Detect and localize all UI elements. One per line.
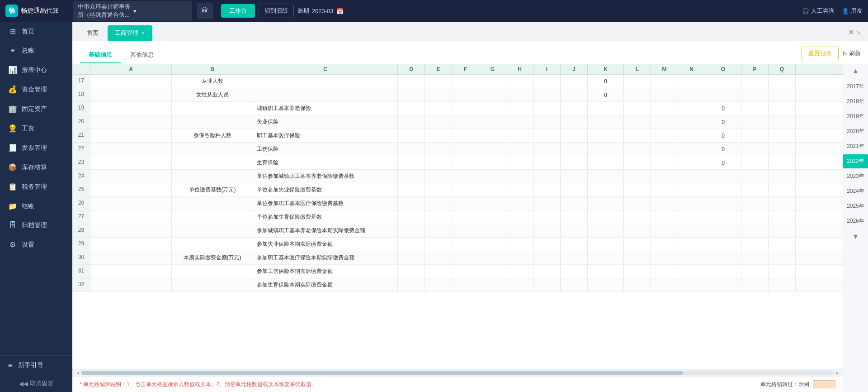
cell-25-K[interactable] [588,183,624,196]
cell-32-J[interactable] [561,278,588,292]
cell-17-J[interactable] [561,75,588,88]
cell-20-E[interactable] [425,115,452,129]
cell-21-E[interactable] [425,129,452,142]
company-icon-btn[interactable]: 🏛 [197,3,213,19]
expand-window-icon[interactable]: ⤡ [856,29,861,36]
cell-23-F[interactable] [452,156,479,169]
cell-25-N[interactable] [678,183,705,196]
cell-31-O[interactable] [705,265,741,278]
cell-18-O[interactable] [705,88,741,101]
cell-20-K[interactable] [588,115,624,129]
workbench-button[interactable]: 工作台 [221,4,255,18]
cell-32-M[interactable] [651,278,678,292]
tab-home[interactable]: 首页 [80,25,106,41]
cell-19-M[interactable] [651,102,678,115]
cell-28-N[interactable] [678,224,705,237]
cell-23-Q[interactable] [769,156,796,169]
cell-19-O[interactable]: 0 [705,102,741,115]
cell-23-E[interactable] [425,156,452,169]
cell-21-L[interactable] [624,129,651,142]
cell-28-D[interactable] [398,224,425,237]
cell-27-N[interactable] [678,210,705,224]
cell-18-H[interactable] [506,88,533,101]
year-2026[interactable]: 2026年 [843,214,868,228]
cell-29-O[interactable] [705,238,741,251]
cell-32-B[interactable] [172,278,253,292]
cell-24-G[interactable] [479,170,506,183]
cell-17-A[interactable] [90,75,172,88]
year-2024[interactable]: 2024年 [843,184,868,198]
cell-19-A[interactable] [90,102,172,115]
cell-32-H[interactable] [506,278,533,292]
cell-29-H[interactable] [506,238,533,251]
cell-18-G[interactable] [479,88,506,101]
cell-31-B[interactable] [172,265,253,278]
cell-24-O[interactable] [705,170,741,183]
cell-30-J[interactable] [561,251,588,264]
sidebar-item-invoice[interactable]: 🧾 发票管理 [0,138,72,158]
hscroll-thumb[interactable] [81,371,683,375]
cell-31-M[interactable] [651,265,678,278]
cell-31-P[interactable] [741,265,769,278]
sidebar-item-home[interactable]: ⊞ 首页 [0,22,72,41]
cell-19-D[interactable] [398,102,425,115]
cell-28-J[interactable] [561,224,588,237]
cell-17-M[interactable] [651,75,678,88]
cell-21-K[interactable] [588,129,624,142]
cell-23-L[interactable] [624,156,651,169]
year-2018[interactable]: 2018年 [843,95,868,109]
cell-29-D[interactable] [398,238,425,251]
cell-26-H[interactable] [506,197,533,210]
sidebar-item-inventory[interactable]: 📦 库存核算 [0,158,72,177]
cell-23-G[interactable] [479,156,506,169]
cell-20-O[interactable]: 0 [705,115,741,129]
cell-22-F[interactable] [452,143,479,156]
horizontal-scrollbar[interactable]: ◂ ▸ [72,369,843,376]
cell-19-Q[interactable] [769,102,796,115]
cell-30-H[interactable] [506,251,533,264]
cell-22-D[interactable] [398,143,425,156]
cell-20-M[interactable] [651,115,678,129]
cell-18-L[interactable] [624,88,651,101]
cell-30-L[interactable] [624,251,651,264]
cell-20-I[interactable] [533,115,561,129]
cell-27-L[interactable] [624,210,651,224]
cell-18-N[interactable] [678,88,705,101]
cell-27-M[interactable] [651,210,678,224]
cell-22-O[interactable]: 0 [705,143,741,156]
cell-32-D[interactable] [398,278,425,292]
cell-26-L[interactable] [624,197,651,210]
cell-22-K[interactable] [588,143,624,156]
cell-31-F[interactable] [452,265,479,278]
sidebar-item-close[interactable]: 📁 结账 [0,196,72,216]
cell-21-P[interactable] [741,129,769,142]
cell-23-N[interactable] [678,156,705,169]
cell-21-J[interactable] [561,129,588,142]
cell-20-F[interactable] [452,115,479,129]
cell-17-N[interactable] [678,75,705,88]
cell-27-D[interactable] [398,210,425,224]
cell-23-D[interactable] [398,156,425,169]
cell-23-A[interactable] [90,156,172,169]
cell-32-L[interactable] [624,278,651,292]
cell-20-G[interactable] [479,115,506,129]
cell-19-J[interactable] [561,102,588,115]
cell-30-G[interactable] [479,251,506,264]
switch-old-button[interactable]: 切到旧版 [259,4,294,18]
cell-18-M[interactable] [651,88,678,101]
cell-29-J[interactable] [561,238,588,251]
cell-29-E[interactable] [425,238,452,251]
cell-17-C[interactable] [253,75,398,88]
cell-22-A[interactable] [90,143,172,156]
cell-28-M[interactable] [651,224,678,237]
cell-26-G[interactable] [479,197,506,210]
cell-32-P[interactable] [741,278,769,292]
cell-26-K[interactable] [588,197,624,210]
cell-28-E[interactable] [425,224,452,237]
cell-25-G[interactable] [479,183,506,196]
cell-20-D[interactable] [398,115,425,129]
cell-28-Q[interactable] [769,224,796,237]
cell-28-F[interactable] [452,224,479,237]
hscroll-track[interactable] [81,371,834,375]
cell-24-A[interactable] [90,170,172,183]
